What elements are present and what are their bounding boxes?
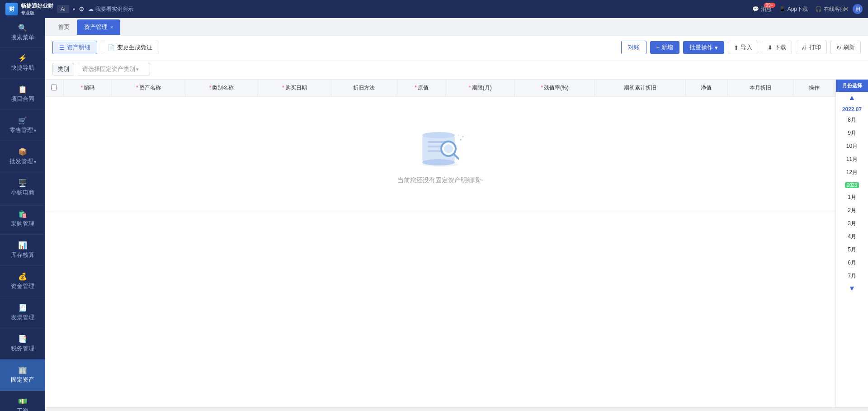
- sidebar-item-label-tax: 税务管理: [11, 345, 34, 352]
- import-button[interactable]: ⬆ 导入: [728, 41, 758, 54]
- month-panel-12[interactable]: 12月: [836, 166, 868, 179]
- sidebar-item-search[interactable]: 🔍 搜索菜单: [0, 18, 45, 47]
- demo-link[interactable]: ☁ 我要看实例演示: [88, 5, 133, 13]
- month-panel-1[interactable]: 1月: [836, 191, 868, 204]
- tab-asset-mgmt-label: 资产管理: [84, 23, 108, 31]
- empty-state-illustration: [413, 124, 467, 169]
- empty-row: 当前您还没有固定资产明细哦~: [45, 97, 835, 212]
- window-controls[interactable]: ✕ ⛶: [837, 0, 868, 18]
- invoice-icon: 🧾: [4, 303, 42, 312]
- ledger-button[interactable]: 对账: [621, 41, 646, 54]
- filter-bar: 类别 请选择固定资产类别 ▾: [45, 59, 868, 80]
- tab-close-icon[interactable]: ×: [110, 24, 113, 30]
- top-bar: 财 畅捷通好业财 专业版 Ai ▾ ⚙ ☁ 我要看实例演示 💬 消息 99+ 📱…: [0, 0, 868, 18]
- sidebar-item-project[interactable]: 📋 项目合同: [0, 79, 45, 110]
- svg-point-2: [422, 132, 455, 138]
- category-select-arrow-icon: ▾: [136, 66, 139, 72]
- batch-button[interactable]: 批量操作 ▾: [683, 41, 724, 54]
- month-panel-6[interactable]: 6月: [836, 256, 868, 269]
- table-header-checkbox[interactable]: [45, 80, 63, 97]
- month-panel: 月份选择 ▲ 2022.07 8月 9月 10月 11月 12月 2023 1月…: [835, 80, 868, 407]
- svg-rect-4: [428, 141, 446, 143]
- horizontal-scrollbar[interactable]: [45, 407, 868, 411]
- app-download-button[interactable]: 📱 App下载: [779, 5, 808, 13]
- tab-home[interactable]: 首页: [51, 19, 77, 35]
- company-name: Ai: [61, 6, 66, 12]
- sidebar-item-fixed-assets[interactable]: 🏢 固定资产: [0, 359, 45, 391]
- import-icon: ⬆: [734, 44, 739, 51]
- category-filter-select[interactable]: 请选择固定资产类别 ▾: [78, 63, 150, 76]
- payroll-icon: 💵: [4, 397, 42, 406]
- company-selector[interactable]: Ai: [57, 5, 69, 13]
- batch-dropdown-icon: ▾: [715, 44, 718, 51]
- batch-label: 批量操作: [689, 43, 713, 52]
- sub-tab-asset-detail[interactable]: ☰ 资产明细: [52, 41, 97, 54]
- tab-asset-management[interactable]: 资产管理 ×: [77, 19, 120, 35]
- tab-bar: 首页 资产管理 ×: [45, 18, 868, 36]
- svg-point-8: [444, 144, 453, 153]
- sidebar-item-retail[interactable]: 🛒 零售管理 ▾: [0, 110, 45, 141]
- month-panel-7[interactable]: 7月: [836, 269, 868, 283]
- empty-state-text: 当前您还没有固定资产明细哦~: [397, 176, 483, 184]
- add-button[interactable]: + 新增: [650, 41, 679, 54]
- tab-home-label: 首页: [58, 23, 70, 31]
- refresh-button[interactable]: ↻ 刷新: [830, 41, 861, 54]
- app-logo: 财 畅捷通好业财 专业版: [5, 2, 53, 16]
- messages-button[interactable]: 💬 消息 99+: [752, 5, 772, 13]
- table-header-operations: 操作: [793, 80, 835, 97]
- cloud-icon: ☁: [88, 6, 94, 12]
- table-header-monthly-depreciation: 本月折旧: [727, 80, 793, 97]
- download-button[interactable]: ⬇ 下载: [762, 41, 792, 54]
- svg-point-11: [462, 136, 463, 137]
- year-badge: 2023: [845, 182, 859, 188]
- month-panel-11[interactable]: 11月: [836, 153, 868, 166]
- select-all-checkbox[interactable]: [51, 85, 57, 90]
- category-placeholder: 请选择固定资产类别: [82, 65, 135, 73]
- table-header-period: *期限(月): [446, 80, 515, 97]
- sidebar-item-purchase[interactable]: 🛍️ 采购管理: [0, 203, 45, 235]
- month-panel-5[interactable]: 5月: [836, 243, 868, 256]
- month-panel-up-arrow[interactable]: ▲: [847, 92, 858, 104]
- top-bar-left: 财 畅捷通好业财 专业版 Ai ▾ ⚙ ☁ 我要看实例演示: [5, 2, 133, 16]
- print-button[interactable]: 🖨 打印: [796, 41, 827, 54]
- table-header-purchase-date: *购买日期: [258, 80, 331, 97]
- sidebar-item-label-ecommerce: 小畅电商: [11, 189, 34, 196]
- table-header-name: *资产名称: [112, 80, 185, 97]
- sidebar-item-quicknav[interactable]: ⚡ 快捷导航: [0, 47, 45, 79]
- quicknav-icon: ⚡: [4, 54, 42, 62]
- search-icon: 🔍: [4, 24, 42, 32]
- sidebar-item-label-search: 搜索菜单: [11, 34, 34, 41]
- sidebar-item-tax[interactable]: 📑 税务管理: [0, 328, 45, 359]
- sidebar-item-finance[interactable]: 💰 资金管理: [0, 266, 45, 297]
- table-body: 当前您还没有固定资产明细哦~: [45, 97, 835, 212]
- sub-tab-change-voucher[interactable]: 📄 变更生成凭证: [101, 41, 159, 54]
- close-window-button[interactable]: ✕: [841, 4, 852, 14]
- month-panel-9[interactable]: 9月: [836, 127, 868, 140]
- month-panel-3[interactable]: 3月: [836, 217, 868, 230]
- table-area: *编码 *资产名称 *类别名称 *购买日期 折旧方法 *原值 *期限(月) *残…: [45, 80, 868, 407]
- sidebar: 🔍 搜索菜单 ⚡ 快捷导航 📋 项目合同 🛒 零售管理 ▾ 📦 批发管理 ▾: [0, 18, 45, 411]
- sidebar-item-wholesale[interactable]: 📦 批发管理 ▾: [0, 141, 45, 172]
- download-label: 下载: [774, 43, 786, 52]
- month-panel-2[interactable]: 2月: [836, 204, 868, 217]
- demo-label: 我要看实例演示: [95, 5, 133, 13]
- sidebar-item-inventory[interactable]: 📊 库存核算: [0, 235, 45, 266]
- maximize-window-button[interactable]: ⛶: [854, 4, 864, 14]
- company-dropdown-arrow[interactable]: ▾: [73, 7, 75, 12]
- messages-badge: 99+: [764, 3, 775, 8]
- logo-text-area: 畅捷通好业财 专业版: [21, 2, 53, 16]
- sidebar-item-ecommerce[interactable]: 🖥️ 小畅电商: [0, 172, 45, 203]
- sidebar-item-payroll[interactable]: 💵 工资: [0, 391, 45, 411]
- month-panel-current-year: 2022.07: [842, 104, 862, 113]
- month-panel-4[interactable]: 4月: [836, 230, 868, 243]
- month-panel-down-arrow[interactable]: ▼: [847, 283, 858, 294]
- refresh-icon: ↻: [836, 44, 841, 51]
- main-layout: 🔍 搜索菜单 ⚡ 快捷导航 📋 项目合同 🛒 零售管理 ▾ 📦 批发管理 ▾: [0, 18, 868, 411]
- month-panel-8[interactable]: 8月: [836, 113, 868, 127]
- month-panel-10[interactable]: 10月: [836, 140, 868, 153]
- sidebar-item-invoice[interactable]: 🧾 发票管理: [0, 297, 45, 328]
- app-name: 畅捷通好业财: [21, 2, 53, 10]
- settings-icon[interactable]: ⚙: [79, 5, 85, 13]
- headset-icon: 🎧: [815, 6, 822, 12]
- sidebar-item-label-project: 项目合同: [11, 95, 34, 102]
